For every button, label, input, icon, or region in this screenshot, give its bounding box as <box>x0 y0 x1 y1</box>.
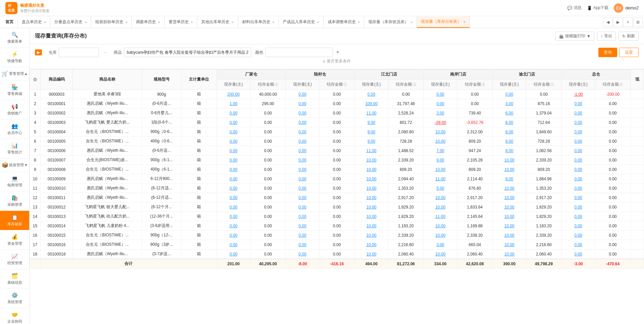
table-cell[interactable]: 0.00 <box>217 249 250 259</box>
refresh-btn[interactable]: ↻ 刷新 <box>619 32 639 41</box>
table-cell[interactable]: 0.00 <box>217 108 250 118</box>
table-cell[interactable]: 0.00 <box>286 99 319 108</box>
table-cell[interactable]: 10.00 <box>492 221 526 231</box>
sidebar-item-retailmall[interactable]: 🏪 零售商城 <box>0 81 29 100</box>
table-cell[interactable]: 0.00 <box>561 231 595 240</box>
tab-close-cailiaochu[interactable]: × <box>272 20 274 24</box>
table-cell[interactable]: 0.00 <box>561 221 595 231</box>
color-input[interactable] <box>265 48 332 57</box>
table-cell[interactable]: 10.00 <box>355 193 388 202</box>
app-download-btn[interactable]: 📱 App下载 <box>587 5 608 11</box>
table-cell[interactable]: 0.00 <box>286 240 319 249</box>
table-cell[interactable]: 0.00 <box>424 99 457 108</box>
sidebar-item-system[interactable]: ⚙️ 系统管理 <box>0 289 29 308</box>
table-cell[interactable]: 0.00 <box>561 249 595 259</box>
table-cell[interactable]: 10.00 <box>355 231 388 240</box>
tab-close-fenpandian[interactable]: × <box>85 20 87 24</box>
settings-btn[interactable]: 设置 <box>619 48 639 57</box>
message-btn[interactable]: 💬 消息 <box>567 5 582 11</box>
table-cell[interactable]: 8.00 <box>492 118 526 127</box>
table-cell[interactable]: 0.00 <box>492 90 526 99</box>
sidebar-item-retail[interactable]: 🛒 零售管理 ▲ <box>0 67 29 81</box>
table-cell[interactable]: 10.00 <box>355 184 388 193</box>
table-cell[interactable]: 0.00 <box>217 240 250 249</box>
table-cell[interactable]: 7.00 <box>424 146 457 155</box>
table-cell[interactable]: 10.00 <box>492 202 526 212</box>
table-cell[interactable]: 0.00 <box>217 118 250 127</box>
table-cell[interactable]: 0.00 <box>561 108 595 118</box>
table-cell[interactable]: 10.00 <box>355 240 388 249</box>
table-cell[interactable]: 10.00 <box>355 155 388 165</box>
table-cell[interactable]: 0.00 <box>424 90 457 99</box>
table-cell[interactable]: 0.00 <box>286 146 319 155</box>
table-cell[interactable]: 0.00 <box>561 184 595 193</box>
color-dropdown-icon[interactable]: ▼ <box>336 50 340 55</box>
table-cell[interactable]: 0.00 <box>286 249 319 259</box>
table-cell[interactable]: 0.00 <box>286 155 319 165</box>
table-cell[interactable]: 11.00 <box>355 108 388 118</box>
tab-zuchai[interactable]: 组装拆卸单历史 × <box>91 16 132 28</box>
tab-close-chanpinru[interactable]: × <box>317 20 319 24</box>
table-cell[interactable]: 6.00 <box>492 108 526 118</box>
sidebar-item-ecommerce[interactable]: 💻 电商管理 <box>0 172 29 191</box>
table-cell[interactable]: 0.00 <box>217 174 250 184</box>
table-cell[interactable]: 0.00 <box>286 231 319 240</box>
info-icon-cj[interactable]: ⓘ <box>275 83 278 86</box>
info-icon-yb[interactable]: ⓘ <box>550 83 554 86</box>
tab-chanpinru[interactable]: 产成品入库单历史 × <box>279 16 323 28</box>
query-btn[interactable]: 查询 <box>598 48 617 57</box>
table-cell[interactable]: 10.00 <box>355 249 388 259</box>
table-cell[interactable]: 0.00 <box>217 193 250 202</box>
table-cell[interactable]: 0.00 <box>217 137 250 146</box>
table-cell[interactable]: 9.00 <box>492 137 526 146</box>
table-cell[interactable]: 11.00 <box>424 212 457 221</box>
table-cell[interactable]: 9.00 <box>355 137 388 146</box>
table-cell[interactable]: 1.00 <box>217 99 250 108</box>
table-cell[interactable]: 0.00 <box>561 240 595 249</box>
table-cell[interactable]: 0.00 <box>217 202 250 212</box>
table-cell[interactable]: -39.00 <box>424 118 457 127</box>
warehouse-input[interactable] <box>59 48 99 57</box>
warehouse-dots-btn[interactable]: ··· <box>101 50 110 55</box>
sidebar-item-inventory[interactable]: 📋 库存核算 <box>0 211 29 230</box>
tab-next-btn[interactable]: ▶ <box>613 17 623 27</box>
tab-close-diaopo[interactable]: × <box>158 20 160 24</box>
table-cell[interactable]: 10.00 <box>355 212 388 221</box>
table-cell[interactable]: -1.00 <box>561 90 595 99</box>
table-cell[interactable]: 10.00 <box>355 165 388 174</box>
table-cell[interactable]: 0.00 <box>561 174 595 184</box>
sidebar-item-basic[interactable]: 🗂️ 基础信息 <box>0 269 29 289</box>
table-cell[interactable]: 0.00 <box>561 137 595 146</box>
table-cell[interactable]: 0.00 <box>217 221 250 231</box>
table-cell[interactable]: 9.00 <box>492 174 526 184</box>
table-cell[interactable]: 0.00 <box>561 202 595 212</box>
table-cell[interactable]: 10.00 <box>424 202 457 212</box>
table-cell[interactable]: 10.00 <box>424 249 457 259</box>
filter-toggle-btn[interactable]: ▶ <box>35 49 42 55</box>
table-cell[interactable]: 0.00 <box>286 127 319 137</box>
table-cell[interactable]: 0.00 <box>286 165 319 174</box>
table-cell[interactable]: 0.00 <box>561 146 595 155</box>
table-cell[interactable]: 10.00 <box>492 184 526 193</box>
tab-diaopo[interactable]: 调拨单历史 × <box>132 16 164 28</box>
sidebar-item-finance[interactable]: 💰 资金管理 <box>0 230 29 250</box>
sidebar-item-search[interactable]: 🔍 搜索英单 <box>0 28 29 48</box>
table-cell[interactable]: 0.00 <box>217 231 250 240</box>
table-cell[interactable]: 10.00 <box>355 202 388 212</box>
table-cell[interactable]: 0.00 <box>561 99 595 108</box>
gear-icon[interactable]: ⚙ <box>33 77 37 82</box>
table-cell[interactable]: 0.00 <box>286 118 319 127</box>
table-cell[interactable]: 10.00 <box>424 193 457 202</box>
tab-close-zuchai[interactable]: × <box>125 20 127 24</box>
table-cell[interactable]: 0.00 <box>286 212 319 221</box>
table-cell[interactable]: 10.00 <box>492 240 526 249</box>
table-cell[interactable]: 0.00 <box>217 212 250 221</box>
table-cell[interactable]: 10.00 <box>492 165 526 174</box>
tab-close-chenbenru[interactable]: × <box>358 20 360 24</box>
sidebar-item-marketing[interactable]: 📢 营销推广 <box>0 100 29 120</box>
table-cell[interactable]: 10.00 <box>424 231 457 240</box>
sidebar-item-member[interactable]: 👥 会员中心 <box>0 120 29 139</box>
table-cell[interactable]: 3.00 <box>424 240 457 249</box>
table-cell[interactable]: 0.00 <box>217 127 250 137</box>
expand-row[interactable]: ≡ 展开更多条件 <box>35 57 639 65</box>
